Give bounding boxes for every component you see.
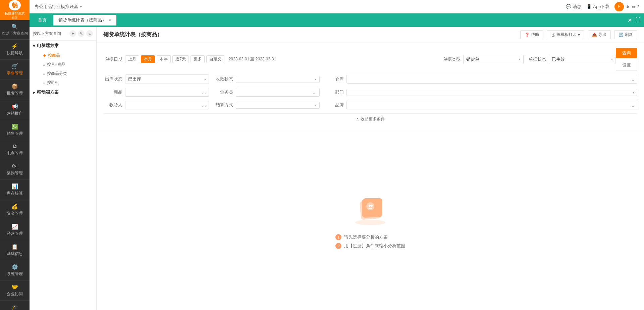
page-header: 销货单统计表（按商品） ❓ 帮助 🖨 按模板打印 ▾ 📤 导出 xyxy=(97,27,644,43)
sidebar-item-kucun[interactable]: 📊 库存核算 xyxy=(0,180,30,200)
export-btn[interactable]: 📤 导出 xyxy=(588,30,611,39)
collapse-more-btn[interactable]: ∧ 收起更多条件 xyxy=(103,113,637,125)
receiver-input[interactable]: ... xyxy=(125,101,209,109)
message-label: 消息 xyxy=(573,4,581,10)
add-icon: + xyxy=(71,31,74,36)
date-custom-btn[interactable]: 自定义 xyxy=(206,55,224,63)
message-btn[interactable]: 💬 消息 xyxy=(566,4,581,10)
settings-btn[interactable]: 设置 xyxy=(616,60,637,70)
app-download-btn[interactable]: 📱 App下载 xyxy=(586,4,609,10)
empty-step-1: 1 请先选择要分析的方案 xyxy=(335,234,405,240)
tree-group-mobile-label: 移动端方案 xyxy=(37,89,59,95)
sidebar-item-dianshang[interactable]: 🖥 电商管理 xyxy=(0,140,30,160)
goods-dots-icon[interactable]: ... xyxy=(202,90,206,95)
sidebar-item-pifa[interactable]: 📦 批发管理 xyxy=(0,80,30,100)
tab-minimize-icon[interactable]: ✕ xyxy=(628,17,632,23)
warehouse-label: 仓库 xyxy=(325,76,346,82)
doc-type-value: 销货单 xyxy=(466,56,479,62)
brand-input[interactable]: ... xyxy=(346,101,637,109)
tree-group-desktop-label: 电脑端方案 xyxy=(37,43,59,49)
payment-status-select[interactable]: ▾ xyxy=(236,76,320,83)
sidebar-logo[interactable]: 畅 畅捷通好生意 标版 xyxy=(0,0,30,20)
payment-method-select[interactable]: ▾ xyxy=(236,102,320,109)
doc-type-select[interactable]: 销货单 ▾ xyxy=(463,55,524,64)
tree-item-by-driver[interactable]: ≡ 按司机 xyxy=(35,78,96,87)
step-2-num: 2 xyxy=(335,243,341,249)
tree-item-by-month-goods[interactable]: ≡ 按月+商品 xyxy=(35,60,96,69)
sidebar-item-jichu[interactable]: 📋 基础信息 xyxy=(0,240,30,260)
sidebar-item-yingxiao[interactable]: 📢 营销推广 xyxy=(0,100,30,120)
sidebar-item-zijin[interactable]: 💰 资金管理 xyxy=(0,200,30,220)
sidebar-item-caigou[interactable]: 🛍 采购管理 xyxy=(0,160,30,180)
tab-home-label: 首页 xyxy=(38,17,47,23)
main-area: 办公用品行业模拟账套 ▾ 💬 消息 📱 App下载 E demo2 首页 销货单… xyxy=(30,0,644,310)
doc-status-select[interactable]: 已生效 ▾ xyxy=(549,55,616,64)
sidebar-item-xinshou[interactable]: 🎓 新手引导 xyxy=(0,301,30,310)
out-status-select[interactable]: 已出库 ▾ xyxy=(125,74,209,84)
qiye-icon: 🤝 xyxy=(2,284,28,290)
date-control: 上月 本月 本年 近7天 更多 自定义 2023-03-01 至 2023-03… xyxy=(125,55,441,63)
warehouse-dots-icon[interactable]: ... xyxy=(630,76,634,82)
tree-item-by-goods[interactable]: ● 按商品 xyxy=(35,51,96,60)
collapse-panel-btn[interactable]: « xyxy=(86,30,93,37)
filter-row-4: 收货人 ... 结算方式 ▾ 品牌 ... xyxy=(103,101,637,109)
department-select[interactable]: ▾ xyxy=(346,89,637,96)
tree-group-desktop[interactable]: ▾ 电脑端方案 xyxy=(30,41,96,51)
date-this-year-btn[interactable]: 本年 xyxy=(157,55,171,63)
tree-item-category-label: 按商品分类 xyxy=(47,71,67,76)
sidebar-item-xiaoshou[interactable]: 💹 销售管理 xyxy=(0,120,30,140)
step-1-text: 请先选择要分析的方案 xyxy=(344,234,388,240)
doc-status-value: 已生效 xyxy=(552,56,565,62)
add-scheme-btn[interactable]: + xyxy=(69,30,76,37)
date-label: 单据日期 xyxy=(103,56,125,62)
brand-dots-icon[interactable]: ... xyxy=(630,102,634,108)
filter-row-2: 出库状态 已出库 ▾ 收款状态 ▾ 仓库 .. xyxy=(103,74,637,84)
department-label: 部门 xyxy=(325,89,346,95)
tab-expand-icon[interactable]: ⛶ xyxy=(635,17,641,23)
tree-group-mobile[interactable]: ▸ 移动端方案 xyxy=(30,87,96,97)
export-label: 导出 xyxy=(598,32,606,38)
month-goods-icon: ≡ xyxy=(43,62,45,67)
sidebar-item-qiye[interactable]: 🤝 企业协同 xyxy=(0,280,30,301)
tab-active[interactable]: 销货单统计表（按商品） × xyxy=(53,15,116,25)
xitong-icon: ⚙️ xyxy=(2,264,28,270)
tree-item-by-category[interactable]: ≡ 按商品分类 xyxy=(35,69,96,78)
help-btn[interactable]: ❓ 帮助 xyxy=(520,30,543,39)
sidebar-item-kuaijie[interactable]: ⚡ 快捷导航 xyxy=(0,40,30,60)
doc-type-dropdown-icon: ▾ xyxy=(519,57,521,61)
salesman-dots-icon[interactable]: ... xyxy=(313,90,317,95)
date-last7-btn[interactable]: 近7天 xyxy=(172,55,189,63)
jichu-icon: 📋 xyxy=(2,244,28,250)
yingxiao-icon: 📢 xyxy=(2,103,28,110)
date-last-month-btn[interactable]: 上月 xyxy=(125,55,139,63)
goods-input[interactable]: ... xyxy=(125,88,209,97)
top-bar: 办公用品行业模拟账套 ▾ 💬 消息 📱 App下载 E demo2 xyxy=(30,0,644,13)
doc-status-dropdown-icon: ▾ xyxy=(611,57,613,61)
receiver-dots-icon[interactable]: ... xyxy=(202,102,206,108)
tab-home[interactable]: 首页 xyxy=(33,13,52,27)
sidebar-search[interactable]: 🔍 按以下方案查询 xyxy=(0,20,30,40)
category-icon: ≡ xyxy=(43,71,45,76)
date-this-month-btn[interactable]: 本月 xyxy=(141,55,155,63)
dropdown-icon[interactable]: ▾ xyxy=(80,4,82,9)
sidebar-item-jingying[interactable]: 📈 经营管理 xyxy=(0,220,30,240)
print-btn[interactable]: 🖨 按模板打印 ▾ xyxy=(547,30,584,39)
salesman-label: 业务员 xyxy=(214,89,236,95)
caigou-icon: 🛍 xyxy=(2,163,28,169)
tree-item-month-goods-label: 按月+商品 xyxy=(47,62,65,67)
sidebar-item-xitong[interactable]: ⚙️ 系统管理 xyxy=(0,260,30,280)
tree-toggle-mobile-icon: ▸ xyxy=(33,90,35,95)
warehouse-input[interactable]: ... xyxy=(346,75,637,84)
date-range-text: 2023-03-01 至 2023-03-31 xyxy=(229,56,276,62)
empty-state: 1 请先选择要分析的方案 2 用【过滤】条件来缩小分析范围 xyxy=(97,130,644,310)
app-download-label: App下载 xyxy=(593,4,609,10)
tab-close-icon[interactable]: × xyxy=(109,18,111,22)
edit-scheme-btn[interactable]: ✎ xyxy=(78,30,85,37)
date-more-btn[interactable]: 更多 xyxy=(191,55,205,63)
active-dot: ● xyxy=(43,52,46,58)
query-btn[interactable]: 查询 xyxy=(616,48,637,58)
sidebar-item-lingshou[interactable]: 🛒 零售管理 xyxy=(0,60,30,80)
refresh-btn[interactable]: 🔄 刷新 xyxy=(614,30,637,39)
user-info[interactable]: E demo2 xyxy=(614,2,639,11)
salesman-input[interactable]: ... xyxy=(236,88,320,97)
